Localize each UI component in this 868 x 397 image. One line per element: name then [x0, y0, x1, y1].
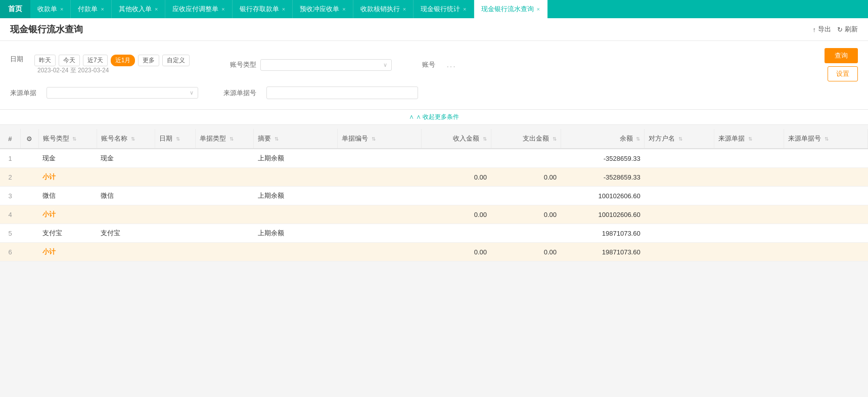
- sort-income-icon: ⇅: [483, 136, 487, 142]
- export-button[interactable]: ↑ 导出: [813, 25, 832, 34]
- account-type-arrow-icon: ∨: [383, 62, 387, 68]
- page-title: 现金银行流水查询: [10, 23, 83, 35]
- th-source-doc[interactable]: 来源单据 ⇅: [714, 129, 784, 149]
- nav-tab-receipt-verify[interactable]: 收款核销执行 ×: [353, 0, 414, 18]
- nav-tab-payments[interactable]: 付款单 ×: [71, 0, 111, 18]
- th-index: #: [0, 129, 20, 149]
- cell-gear: [20, 205, 38, 224]
- th-source-doc-no[interactable]: 来源单据号 ⇅: [784, 129, 868, 149]
- cell-account-type: 支付宝: [38, 224, 97, 243]
- cell-doc-type: [195, 168, 253, 187]
- close-receipt-verify-icon[interactable]: ×: [403, 6, 406, 12]
- sort-doc-no-icon: ⇅: [372, 136, 376, 142]
- account-type-label: 账号类型: [230, 60, 256, 69]
- cell-doc-no: [337, 149, 421, 168]
- nav-tab-other-income[interactable]: 其他收入单 ×: [112, 0, 165, 18]
- date-filter-group: 日期 昨天 今天 近7天 近1月 更多 自定义 2023-02-24 至 202…: [10, 55, 190, 75]
- th-income[interactable]: 收入金额 ⇅: [421, 129, 491, 149]
- source-doc-arrow-icon: ∨: [190, 90, 194, 96]
- nav-tab-ar-ap-adjust[interactable]: 应收应付调整单 ×: [165, 0, 232, 18]
- cell-source-doc: [714, 243, 784, 261]
- query-button[interactable]: 查询: [825, 48, 858, 63]
- cell-expense: [491, 224, 561, 243]
- close-payments-icon[interactable]: ×: [101, 6, 104, 12]
- table-row: 6 小计 0.00 0.00 19871073.60: [0, 243, 868, 261]
- close-other-income-icon[interactable]: ×: [155, 6, 158, 12]
- th-date[interactable]: 日期 ⇅: [155, 129, 196, 149]
- nav-home[interactable]: 首页: [0, 0, 30, 18]
- filter-row-date: 日期 昨天 今天 近7天 近1月 更多 自定义 2023-02-24 至 202…: [10, 48, 858, 81]
- cell-summary: [254, 243, 338, 261]
- close-ar-ap-icon[interactable]: ×: [221, 6, 224, 12]
- cell-source-doc: [714, 168, 784, 187]
- date-btn-today[interactable]: 今天: [59, 55, 80, 66]
- close-advance-offset-icon[interactable]: ×: [342, 6, 345, 12]
- th-gear[interactable]: ⚙: [20, 129, 38, 149]
- page-header: 现金银行流水查询 ↑ 导出 ↻ 刷新: [0, 18, 868, 41]
- cell-gear: [20, 187, 38, 205]
- collapse-icon: ∧: [409, 113, 414, 120]
- close-receipts-icon[interactable]: ×: [60, 6, 63, 12]
- th-account-type[interactable]: 账号类型 ⇅: [38, 129, 97, 149]
- cell-gear: [20, 149, 38, 168]
- th-summary[interactable]: 摘要 ⇅: [254, 129, 338, 149]
- sort-source-doc-no-icon: ⇅: [825, 136, 829, 142]
- th-expense[interactable]: 支出金额 ⇅: [491, 129, 561, 149]
- cell-doc-type: [195, 205, 253, 224]
- date-btn-custom[interactable]: 自定义: [162, 55, 190, 66]
- top-navigation: 首页 收款单 × 付款单 × 其他收入单 × 应收应付调整单 × 银行存取款单 …: [0, 0, 868, 18]
- date-btn-more[interactable]: 更多: [138, 55, 159, 66]
- cell-account-type: 小计: [38, 168, 97, 187]
- settings-button[interactable]: 设置: [828, 66, 858, 81]
- account-type-select[interactable]: ∨: [260, 59, 392, 71]
- table-header-row: # ⚙ 账号类型 ⇅ 账号名称 ⇅ 日期 ⇅ 单据类型 ⇅: [0, 129, 868, 149]
- date-btn-7days[interactable]: 近7天: [83, 55, 108, 66]
- table-row: 4 小计 0.00 0.00 100102606.60: [0, 205, 868, 224]
- nav-tab-cash-bank-flow[interactable]: 现金银行流水查询 ×: [474, 0, 547, 18]
- cell-gear: [20, 224, 38, 243]
- cell-income: [421, 149, 491, 168]
- collapse-label: ∧ 收起更多条件: [416, 113, 459, 120]
- cell-index: 5: [0, 224, 20, 243]
- cell-source-doc-no: [784, 187, 868, 205]
- cell-source-doc-no: [784, 205, 868, 224]
- source-doc-select[interactable]: ∨: [47, 87, 198, 99]
- cell-balance: 100102606.60: [561, 205, 645, 224]
- th-balance[interactable]: 余额 ⇅: [561, 129, 645, 149]
- gear-icon[interactable]: ⚙: [26, 135, 32, 143]
- cell-source-doc-no: [784, 243, 868, 261]
- close-bank-deposit-icon[interactable]: ×: [282, 6, 285, 12]
- date-buttons: 昨天 今天 近7天 近1月 更多 自定义: [34, 55, 190, 66]
- date-btn-yesterday[interactable]: 昨天: [34, 55, 56, 66]
- close-cash-flow-icon[interactable]: ×: [537, 6, 540, 12]
- th-counterpart[interactable]: 对方户名 ⇅: [645, 129, 714, 149]
- th-doc-type[interactable]: 单据类型 ⇅: [195, 129, 253, 149]
- table-body: 1 现金 现金 上期余额 -3528659.33 2 小计 0.00 0.00 …: [0, 149, 868, 261]
- sort-doc-type-icon: ⇅: [230, 136, 234, 142]
- collapse-bar[interactable]: ∧ ∧ 收起更多条件: [0, 110, 868, 125]
- cell-account-name: 支付宝: [97, 224, 155, 243]
- cell-account-name: [97, 205, 155, 224]
- source-doc-label: 来源单据: [10, 89, 36, 98]
- cell-expense: [491, 149, 561, 168]
- th-doc-no[interactable]: 单据编号 ⇅: [337, 129, 421, 149]
- right-action-group: 查询 设置: [825, 48, 858, 81]
- nav-tab-advance-offset[interactable]: 预收冲应收单 ×: [293, 0, 353, 18]
- th-account-name[interactable]: 账号名称 ⇅: [97, 129, 155, 149]
- cell-gear: [20, 243, 38, 261]
- table-row: 5 支付宝 支付宝 上期余额 19871073.60: [0, 224, 868, 243]
- cell-doc-type: [195, 149, 253, 168]
- sort-summary-icon: ⇅: [275, 136, 279, 142]
- close-cash-stats-icon[interactable]: ×: [463, 6, 466, 12]
- date-btn-1month[interactable]: 近1月: [111, 55, 135, 66]
- nav-tab-receipts[interactable]: 收款单 ×: [30, 0, 71, 18]
- cell-account-name: [97, 168, 155, 187]
- date-range-display: 2023-02-24 至 2023-03-24: [37, 66, 190, 75]
- cell-expense: [491, 187, 561, 205]
- source-doc-no-input[interactable]: [266, 86, 418, 99]
- account-dots[interactable]: ...: [446, 60, 456, 69]
- sort-expense-icon: ⇅: [553, 136, 557, 142]
- refresh-button[interactable]: ↻ 刷新: [837, 25, 858, 34]
- nav-tab-bank-deposit[interactable]: 银行存取款单 ×: [233, 0, 293, 18]
- nav-tab-cash-bank-stats[interactable]: 现金银行统计 ×: [414, 0, 474, 18]
